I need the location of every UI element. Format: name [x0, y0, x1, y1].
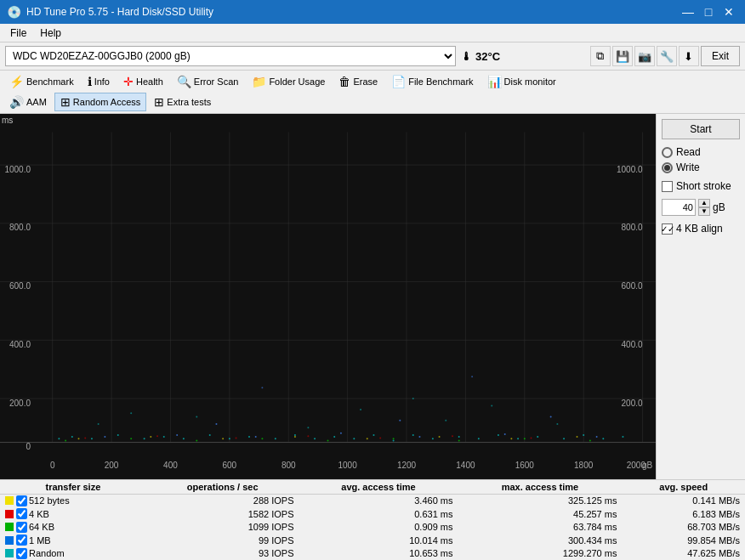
svg-point-100 [531, 437, 532, 438]
align-label: 4 KB align [676, 223, 723, 235]
tb-aam[interactable]: 🔊 AAM [3, 93, 53, 111]
svg-text:400.0: 400.0 [9, 340, 31, 349]
row-checkbox-0[interactable] [16, 495, 27, 506]
tb-erase[interactable]: 🗑 Erase [333, 72, 384, 91]
mode-radio-group: Read Write [662, 146, 740, 173]
y-axis-unit: ms [2, 116, 13, 125]
row-checkbox-3[interactable] [16, 535, 27, 546]
close-button[interactable]: ✕ [719, 3, 738, 21]
temperature: 32°C [475, 50, 500, 63]
svg-point-96 [236, 437, 237, 438]
tb-folder-usage[interactable]: 📁 Folder Usage [246, 72, 331, 91]
tb-benchmark[interactable]: ⚡ Benchmark [3, 72, 80, 91]
svg-point-80 [261, 438, 263, 439]
minimize-button[interactable]: — [679, 3, 697, 21]
stroke-up-button[interactable]: ▲ [698, 199, 710, 207]
svg-point-66 [583, 434, 584, 436]
short-stroke-cb-box [662, 181, 673, 192]
maximize-button[interactable]: □ [699, 3, 718, 21]
svg-point-98 [379, 437, 381, 438]
cell-ops: 1099 IOPS [146, 521, 299, 535]
cell-ops: 93 IOPS [146, 547, 299, 561]
benchmark-icon: ⚡ [9, 75, 24, 88]
svg-text:800.0: 800.0 [9, 223, 31, 232]
svg-point-53 [314, 438, 316, 439]
col-max-access: max. access time [458, 480, 623, 495]
svg-point-102 [176, 434, 178, 436]
cell-ops: 1582 IOPS [146, 507, 299, 521]
tb-random-access[interactable]: ⊞ Random Access [54, 93, 146, 111]
drive-icon-camera[interactable]: 📷 [634, 46, 655, 66]
tb-benchmark-label: Benchmark [26, 76, 74, 87]
cell-max-access: 300.434 ms [458, 534, 623, 547]
svg-text:1800: 1800 [574, 461, 594, 470]
start-button[interactable]: Start [662, 119, 740, 139]
drive-icon-download[interactable]: ⬇ [679, 46, 699, 66]
write-label: Write [676, 161, 700, 173]
read-radio[interactable]: Read [662, 146, 740, 158]
tb-health[interactable]: ✛ Health [117, 72, 169, 91]
svg-point-45 [144, 438, 145, 439]
row-checkbox-1[interactable] [16, 508, 27, 519]
svg-point-63 [517, 438, 519, 439]
short-stroke-checkbox[interactable]: Short stroke [662, 180, 740, 192]
svg-text:0: 0 [50, 461, 55, 470]
tb-health-label: Health [136, 76, 163, 87]
stats-body: 512 bytes 288 IOPS 3.460 ms 325.125 ms 0… [0, 494, 745, 560]
menu-help[interactable]: Help [33, 25, 68, 41]
drive-icon-settings[interactable]: 🔧 [657, 46, 677, 66]
drive-icon-copy[interactable]: ⧉ [590, 46, 611, 66]
tb-error-scan-label: Error Scan [194, 76, 239, 87]
svg-point-109 [399, 420, 401, 421]
short-stroke-input[interactable] [662, 199, 696, 216]
cell-avg-speed: 68.703 MB/s [622, 521, 745, 535]
svg-point-77 [65, 439, 66, 441]
cell-max-access: 63.784 ms [458, 521, 623, 535]
row-checkbox-2[interactable] [16, 522, 27, 533]
erase-icon: 🗑 [338, 75, 350, 88]
svg-point-57 [393, 439, 395, 441]
svg-point-49 [229, 438, 230, 439]
titlebar-left: 💿 HD Tune Pro 5.75 - Hard Disk/SSD Utili… [7, 5, 213, 19]
svg-point-55 [353, 438, 355, 439]
svg-point-110 [550, 416, 552, 417]
svg-text:200.0: 200.0 [622, 399, 643, 408]
disk-monitor-icon: 📊 [487, 75, 502, 88]
tb-error-scan[interactable]: 🔍 Error Scan [171, 72, 245, 91]
chart-svg: 1000.0 800.0 600.0 400.0 200.0 0 1000.0 … [0, 114, 656, 479]
drive-selector[interactable]: WDC WD20EZAZ-00GGJB0 (2000 gB) [5, 46, 456, 66]
menu-file[interactable]: File [3, 25, 33, 41]
svg-point-94 [84, 437, 86, 438]
svg-text:1600: 1600 [515, 461, 535, 470]
svg-point-99 [452, 435, 453, 437]
svg-point-79 [196, 439, 197, 441]
cell-max-access: 1299.270 ms [458, 547, 623, 561]
tb-file-benchmark[interactable]: 📄 File Benchmark [385, 72, 479, 91]
stroke-down-button[interactable]: ▼ [698, 207, 710, 216]
align-checkbox[interactable]: ✓ 4 KB align [662, 223, 740, 235]
row-checkbox-4[interactable] [16, 548, 27, 559]
short-stroke-input-row: ▲ ▼ gB [662, 199, 740, 216]
col-avg-access: avg. access time [299, 480, 458, 495]
svg-text:200.0: 200.0 [9, 399, 31, 408]
svg-point-50 [248, 436, 250, 438]
drive-icon-info[interactable]: 💾 [612, 46, 633, 66]
exit-button[interactable]: Exit [701, 46, 740, 66]
tb-extra-tests-label: Extra tests [167, 97, 211, 107]
file-benchmark-icon: 📄 [391, 75, 406, 88]
svg-point-60 [458, 436, 460, 438]
svg-point-69 [98, 423, 100, 425]
tb-info[interactable]: ℹ Info [82, 72, 116, 91]
stats-area: transfer size operations / sec avg. acce… [0, 479, 745, 561]
tb-extra-tests[interactable]: ⊞ Extra tests [148, 93, 217, 111]
svg-point-41 [58, 438, 60, 439]
app-icon: 💿 [7, 5, 21, 19]
cell-label: 1 MB [0, 534, 146, 547]
folder-icon: 📁 [252, 75, 266, 88]
svg-point-112 [412, 398, 414, 399]
svg-point-74 [130, 412, 132, 414]
write-radio[interactable]: Write [662, 161, 740, 173]
col-ops: operations / sec [146, 480, 299, 495]
cell-max-access: 45.257 ms [458, 507, 623, 521]
tb-disk-monitor[interactable]: 📊 Disk monitor [481, 72, 562, 91]
